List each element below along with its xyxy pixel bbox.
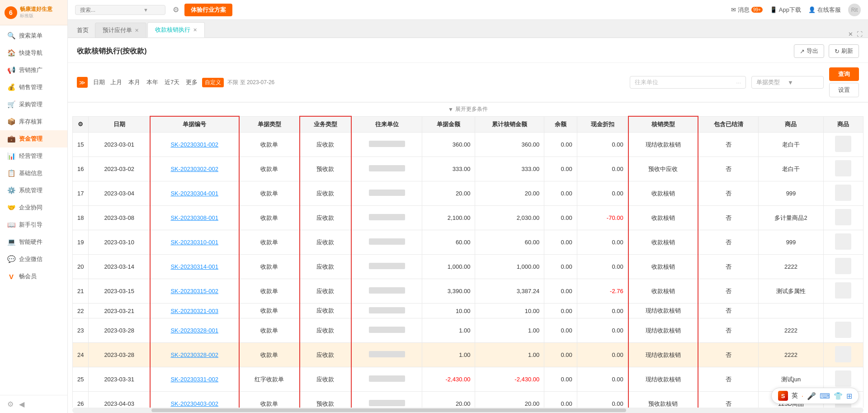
counterpart-filter[interactable]: 往来单位 ··· bbox=[630, 76, 746, 89]
app-download-button[interactable]: 📱 App下载 bbox=[770, 6, 801, 14]
bill-link[interactable]: SK-20230304-001 bbox=[170, 190, 218, 197]
tab-close-all-icon[interactable]: ✕ bbox=[848, 31, 853, 38]
cell-date: 2023-03-08 bbox=[89, 206, 150, 230]
cell-bill-no[interactable]: SK-20230403-002 bbox=[150, 392, 239, 408]
cell-bill-no[interactable]: SK-20230301-002 bbox=[150, 133, 239, 157]
bill-link[interactable]: SK-20230308-001 bbox=[170, 214, 218, 221]
messages-button[interactable]: ✉ 消息 99+ bbox=[731, 6, 763, 14]
cell-verified: 2,030.00 bbox=[475, 206, 544, 230]
horizontal-scrollbar[interactable] bbox=[72, 408, 863, 413]
bill-link[interactable]: SK-20230301-002 bbox=[170, 141, 218, 148]
bill-type-filter[interactable]: 单据类型 ▼ bbox=[751, 76, 824, 89]
emoji-icon[interactable]: 👕 bbox=[834, 392, 843, 400]
sidebar-item-inventory[interactable]: 📦 库存核算 bbox=[0, 113, 67, 130]
query-button[interactable]: 查询 bbox=[829, 67, 859, 81]
date-btn-custom[interactable]: 自定义 bbox=[202, 78, 224, 87]
tab-collection[interactable]: 收款核销执行 ✕ bbox=[147, 22, 205, 38]
keyboard-icon[interactable]: ⌨ bbox=[820, 392, 830, 400]
sidebar-item-purchase[interactable]: 🛒 采购管理 bbox=[0, 96, 67, 113]
cell-discount: -2.76 bbox=[577, 279, 628, 304]
sidebar-item-hardware[interactable]: 💻 智能硬件 bbox=[0, 233, 67, 251]
sidebar-item-system[interactable]: ⚙️ 系统管理 bbox=[0, 182, 67, 199]
cell-amount: 1.00 bbox=[422, 343, 475, 367]
bill-link[interactable]: SK-20230331-002 bbox=[170, 376, 218, 383]
date-btn-this-year[interactable]: 本年 bbox=[145, 77, 160, 87]
search-input[interactable] bbox=[80, 7, 143, 13]
date-btn-this-month[interactable]: 本月 bbox=[127, 77, 142, 87]
cell-bill-no[interactable]: SK-20230315-002 bbox=[150, 279, 239, 304]
sidebar-menu: 🔍 搜索菜单 🏠 快捷导航 📢 营销推广 💰 销售管理 🛒 采购管理 📦 库存核… bbox=[0, 25, 67, 395]
counterpart-input[interactable] bbox=[660, 79, 736, 86]
table-row: 25 2023-03-31 SK-20230331-002 红字收款单 应收款 … bbox=[73, 367, 863, 392]
cell-bill-no[interactable]: SK-20230328-002 bbox=[150, 343, 239, 367]
logo-badge: 标推版 bbox=[20, 13, 52, 19]
col-bill-type: 单据类型 bbox=[239, 116, 300, 133]
grid-icon[interactable]: ⊞ bbox=[846, 392, 852, 400]
settings-footer-icon[interactable]: ⚙ bbox=[7, 400, 14, 408]
tab-home[interactable]: 首页 bbox=[71, 23, 94, 38]
cell-no: 19 bbox=[73, 230, 89, 255]
bill-link[interactable]: SK-20230328-002 bbox=[170, 351, 218, 358]
scrollbar-thumb[interactable] bbox=[151, 408, 626, 412]
date-btn-more[interactable]: 更多 bbox=[184, 77, 199, 87]
gear-icon[interactable]: ⚙ bbox=[173, 5, 179, 14]
cell-bill-no[interactable]: SK-20230304-001 bbox=[150, 181, 239, 206]
app-download-label: App下载 bbox=[779, 6, 801, 14]
tab-expand-icon[interactable]: ⛶ bbox=[857, 31, 863, 38]
cell-amount: 2,100.00 bbox=[422, 206, 475, 230]
col-settings[interactable]: ⚙ bbox=[73, 116, 89, 133]
sidebar-item-wechat[interactable]: 💬 企业微信 bbox=[0, 251, 67, 268]
sidebar-item-search[interactable]: 🔍 搜索菜单 bbox=[0, 27, 67, 44]
cell-date: 2023-03-14 bbox=[89, 255, 150, 279]
bill-link[interactable]: SK-20230314-001 bbox=[170, 263, 218, 270]
bill-link[interactable]: SK-20230328-001 bbox=[170, 327, 218, 334]
cell-counterpart bbox=[351, 279, 422, 304]
cell-bill-no[interactable]: SK-20230331-002 bbox=[150, 367, 239, 392]
dropdown-icon[interactable]: ▼ bbox=[143, 7, 148, 13]
mic-icon[interactable]: 🎤 bbox=[807, 392, 816, 400]
cell-bill-no[interactable]: SK-20230310-001 bbox=[150, 230, 239, 255]
logo-text: 畅康道好生意 bbox=[20, 6, 52, 13]
table-row: 17 2023-03-04 SK-20230304-001 收款单 应收款 20… bbox=[73, 181, 863, 206]
cell-bill-no[interactable]: SK-20230308-001 bbox=[150, 206, 239, 230]
date-btn-last-month[interactable]: 上月 bbox=[108, 77, 124, 87]
filter-toggle-button[interactable]: ≫ bbox=[77, 77, 88, 88]
sidebar-item-member[interactable]: V 畅会员 bbox=[0, 268, 67, 285]
tab-prepay[interactable]: 预计应付单 ✕ bbox=[95, 23, 146, 38]
online-service-button[interactable]: 👤 在线客服 bbox=[808, 6, 841, 14]
cell-product1: 999 bbox=[759, 230, 824, 255]
sidebar-item-finance[interactable]: 💼 资金管理 bbox=[0, 130, 67, 147]
search-wrap[interactable]: ▼ bbox=[75, 5, 165, 15]
cell-bill-no[interactable]: SK-20230302-002 bbox=[150, 157, 239, 181]
bill-link[interactable]: SK-20230310-001 bbox=[170, 239, 218, 246]
sidebar-item-marketing[interactable]: 📢 营销推广 bbox=[0, 62, 67, 79]
user-avatar[interactable]: Rit bbox=[848, 4, 861, 16]
collapse-icon[interactable]: ◀ bbox=[19, 400, 24, 408]
tab-close-collection[interactable]: ✕ bbox=[193, 27, 197, 33]
solution-button[interactable]: 体验行业方案 bbox=[184, 4, 232, 16]
cell-amount: 10.00 bbox=[422, 304, 475, 318]
cell-bill-no[interactable]: SK-20230321-003 bbox=[150, 304, 239, 318]
cell-bill-no[interactable]: SK-20230314-001 bbox=[150, 255, 239, 279]
tab-close-prepay[interactable]: ✕ bbox=[135, 28, 139, 33]
sidebar-item-enterprise[interactable]: 🤝 企业协同 bbox=[0, 199, 67, 216]
expand-more-conditions[interactable]: ▼ 展开更多条件 bbox=[68, 102, 868, 116]
sidebar-item-sales[interactable]: 💰 销售管理 bbox=[0, 79, 67, 96]
cell-product2 bbox=[823, 206, 863, 230]
cell-product1: 老白干 bbox=[759, 133, 824, 157]
bill-link[interactable]: SK-20230403-002 bbox=[170, 400, 218, 407]
bill-link[interactable]: SK-20230321-003 bbox=[170, 308, 218, 314]
cell-biz-type: 预收款 bbox=[300, 392, 351, 408]
refresh-button[interactable]: ↻ 刷新 bbox=[829, 44, 859, 58]
bill-link[interactable]: SK-20230315-002 bbox=[170, 288, 218, 294]
bill-link[interactable]: SK-20230302-002 bbox=[170, 166, 218, 172]
sidebar-item-quick-nav[interactable]: 🏠 快捷导航 bbox=[0, 44, 67, 62]
sidebar-item-basic[interactable]: 📋 基础信息 bbox=[0, 165, 67, 182]
setting-button[interactable]: 设置 bbox=[829, 83, 859, 97]
cell-amount: 60.00 bbox=[422, 230, 475, 255]
date-btn-7days[interactable]: 近7天 bbox=[163, 77, 181, 87]
sidebar-item-guide[interactable]: 📖 新手引导 bbox=[0, 216, 67, 233]
sidebar-item-operations[interactable]: 📊 经营管理 bbox=[0, 147, 67, 165]
cell-bill-no[interactable]: SK-20230328-001 bbox=[150, 318, 239, 343]
export-button[interactable]: ↗ 导出 bbox=[794, 44, 824, 58]
